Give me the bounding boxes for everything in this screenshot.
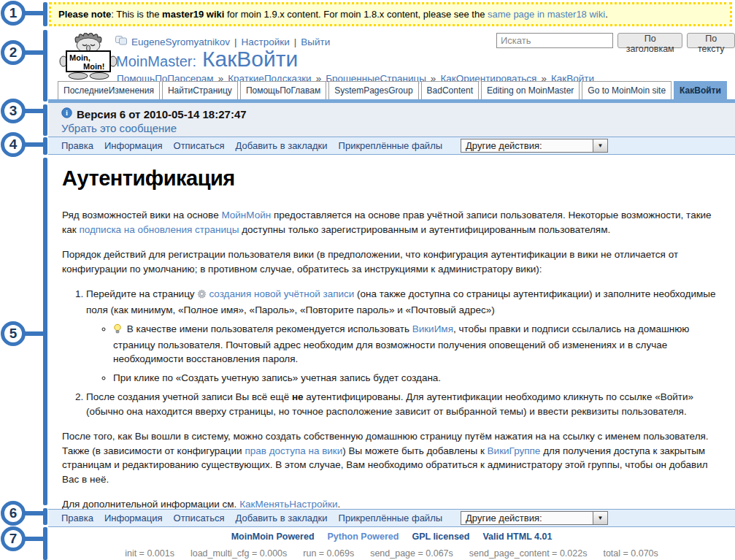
text: Ряд возможностей вики на основе [62,210,221,220]
steps-list: Перейдите на страницу создания новой учё… [62,287,725,418]
inline-link[interactable]: ВикиИмя [412,323,453,334]
settings-link[interactable]: Настройки [242,37,290,47]
moinmoin-logo: Moin, Moin! [57,33,120,83]
python-powered-link[interactable]: Python Powered [328,532,399,542]
user-icon [115,36,127,47]
logo-sign-line2: Moin! [83,62,104,71]
bold-text: master19 wiki [162,9,224,20]
callout-1-badge: 1 [1,1,26,26]
unsubscribe-link[interactable]: Отписаться [174,140,225,151]
page-content: Аутентификация Ряд возможностей вики на … [48,155,735,509]
tab-current-page[interactable]: КакВойти [674,81,727,100]
text: При клике по «Создать учетную запись» уч… [113,372,441,383]
username-link[interactable]: EugeneSyromyatnikov [131,37,230,47]
callout-2-bracket [43,30,47,101]
edit-link[interactable]: Правка [61,140,93,151]
callout-6-badge: 6 [1,501,26,526]
chevron-down-icon: ▼ [593,512,607,524]
logo-sign-line1: Moin, [69,53,91,62]
tab-system-pages-group[interactable]: SystemPagesGroup [328,81,418,100]
tab-recent-changes[interactable]: ПоследниеИзменения [58,81,160,100]
revision-text: Версия 6 от 2010-05-14 18:27:47 [77,108,247,120]
more-actions-label: Другие действия: [461,139,593,152]
paragraph-4: Для дополнительной информации см. КакМен… [62,497,725,509]
text: В качестве имени пользователя рекомендуе… [124,323,412,334]
inline-link[interactable]: МойнМойн [221,210,271,220]
text: Для дополнительной информации см. [62,499,239,509]
user-line: EugeneSyromyatnikov | Настройки | Выйти [115,36,330,47]
content-heading: Аутентификация [62,166,725,191]
bold-text: Please note [58,9,111,20]
text: for moin 1.9.x content. For moin 1.8.x c… [224,9,488,20]
tab-go-to-moinmoin-site[interactable]: Go to MoinMoin site [582,81,671,100]
page-name[interactable]: КакВойти [202,47,298,72]
callout-7-badge: 7 [1,526,26,551]
list-item: Перейдите на страницу создания новой учё… [86,287,725,385]
chevron-down-icon: ▼ [593,139,607,152]
callout-4-badge: 4 [1,132,26,157]
tab-bad-content[interactable]: BadContent [421,81,479,100]
text: . [338,499,341,509]
timing-item: run = 0.069s [303,548,354,559]
gear-icon [197,288,207,303]
tab-editing-on-moinmaster[interactable]: Editing on MoinMaster [481,81,580,100]
inline-link[interactable]: подписка на обновления страницы [79,224,239,235]
inline-link[interactable]: прав доступа на вики [245,445,342,456]
text: : This is the [111,9,162,20]
inline-link[interactable]: ВикиГруппе [488,445,541,456]
info-icon: i [61,107,72,120]
bold-text: не [292,391,304,402]
logout-link[interactable]: Выйти [301,37,330,47]
info-link[interactable]: Информация [104,513,163,523]
callout-2-badge: 2 [1,40,26,65]
gpl-licensed-link[interactable]: GPL licensed [412,532,469,542]
wiki-page: 1 2 3 4 5 6 7 Please note: This is the m… [0,0,735,560]
inline-link[interactable]: создания новой учётной записи [209,288,354,299]
timing-item: init = 0.001s [125,548,174,559]
edit-bar-bottom: Правка Информация Отписаться Добавить в … [48,509,735,527]
list-item: После создания учетной записи Вы всё ещё… [86,390,725,418]
header: Moin, Moin! EugeneSyromyatnikov | Настро… [48,29,735,103]
list-item: В качестве имени пользователя рекомендуе… [113,322,725,367]
text: Перейдите на страницу [86,288,197,299]
text: Порядок действий для регистрации пользов… [62,249,678,275]
edit-bar-top: Правка Информация Отписаться Добавить в … [48,137,735,155]
callout-3-badge: 3 [1,99,26,123]
info-link[interactable]: Информация [104,140,163,151]
wiki-name: MoinMaster: [116,53,196,70]
inline-link[interactable]: same page in master18 wiki [488,9,605,20]
more-actions-select[interactable]: Другие действия: ▼ [461,511,608,525]
text: . [605,9,608,20]
edit-link[interactable]: Правка [61,513,93,523]
more-actions-label: Другие действия: [461,512,593,524]
sub-list: В качестве имени пользователя рекомендуе… [86,322,725,385]
timing-stats: init = 0.001s load_multi_cfg = 0.000s ru… [48,548,735,559]
inline-link[interactable]: КакМенятьНастройки [239,499,337,509]
message-box: i Версия 6 от 2010-05-14 18:27:47 Убрать… [48,103,735,137]
tab-help-contents[interactable]: ПомощьПоГлавам [240,81,326,100]
attachments-link[interactable]: Прикреплённые файлы [339,513,443,523]
paragraph-2: Порядок действий для регистрации пользов… [62,248,725,276]
tab-bar: ПоследниеИзменения НайтиСтраницу ПомощьП… [58,81,727,100]
dismiss-message-link[interactable]: Убрать это сообщение [61,122,177,134]
search-input[interactable] [496,33,613,48]
tab-find-page[interactable]: НайтиСтраницу [162,81,238,100]
search-titles-button[interactable]: По заголовкам [617,33,682,48]
moinmoin-powered-link[interactable]: MoinMoin Powered [231,532,315,542]
callout-7-bracket [43,527,47,560]
more-actions-select[interactable]: Другие действия: ▼ [461,139,608,153]
attachments-link[interactable]: Прикреплённые файлы [339,140,443,151]
add-bookmark-link[interactable]: Добавить в закладки [236,140,328,151]
text: После создания учетной записи Вы всё ещё [86,391,292,402]
add-bookmark-link[interactable]: Добавить в закладки [236,513,328,523]
unsubscribe-link[interactable]: Отписаться [174,513,225,523]
user-sep: | [234,37,237,47]
search-text-button[interactable]: По тексту [687,33,735,48]
timing-item: total = 0.070s [603,548,658,559]
timing-item: send_page_content = 0.022s [469,548,588,559]
search-bar: По заголовкам По тексту [496,33,735,48]
page-title: MoinMaster: КакВойти [116,47,298,72]
timing-item: send_page = 0.067s [370,548,453,559]
valid-html-link[interactable]: Valid HTML 4.01 [482,532,552,542]
footer: MoinMoin Powered Python Powered GPL lice… [48,527,735,559]
